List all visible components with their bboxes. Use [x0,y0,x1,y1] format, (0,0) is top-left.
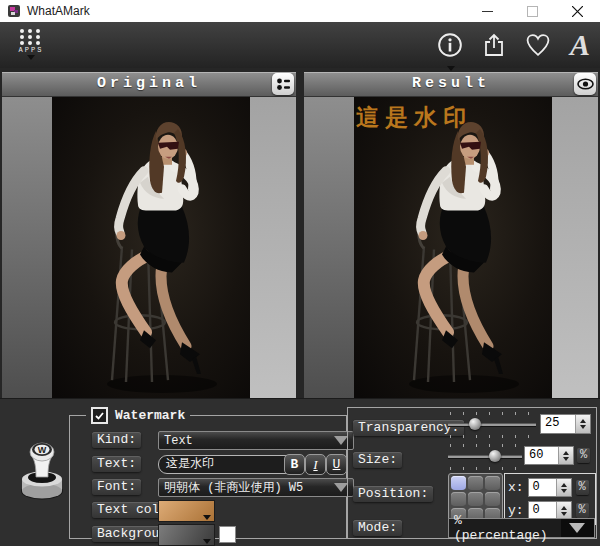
watermark-text-value: 这是水印 [166,457,214,471]
x-spinbox[interactable]: 0 [528,478,572,497]
position-cell-top-left[interactable] [451,476,466,490]
watermark-group-title: Watermark [115,408,185,423]
position-label: Position: [353,486,433,502]
result-image: 這是水印 [354,97,552,398]
result-right-margin [552,97,598,398]
transparency-spin-buttons[interactable] [575,415,590,433]
minimize-icon [482,6,493,17]
font-value: 明朝体 (非商业使用) W5 [164,479,303,496]
app-icon [7,4,21,18]
favorite-button[interactable] [525,33,551,57]
font-dropdown-caret-icon [334,483,348,492]
original-body [2,97,296,398]
mode-value: % (percentage) [454,513,561,543]
text-label: Text: [92,456,141,472]
result-left-margin [304,97,354,398]
original-left-margin [2,97,52,398]
mode-dropdown[interactable]: % (percentage) [448,518,595,538]
x-value: 0 [529,479,556,496]
mode-dropdown-caret-icon [569,523,585,533]
preview-button[interactable] [574,73,596,95]
maximize-button[interactable] [510,0,555,22]
share-export-icon [482,32,506,58]
preview-area: Original Result [0,68,600,398]
window-title: WhatAMark [27,0,90,22]
size-value: 60 [525,447,558,464]
position-cell-middle-right[interactable] [485,492,500,506]
result-panel: Result 這是水印 [304,68,598,398]
info-button[interactable] [437,32,463,58]
text-tool-caret-icon [447,66,455,71]
watermark-enable-checkbox[interactable] [91,407,108,424]
toolbar: APPS A [0,22,600,68]
kind-value: Text [164,434,193,448]
transparency-slider-thumb[interactable] [469,418,481,430]
watermark-text-input[interactable]: 这是水印 [158,455,296,474]
original-image [52,97,250,398]
apps-label: APPS [12,46,50,54]
apps-menu-button[interactable]: APPS [12,27,50,63]
kind-dropdown[interactable]: Text [158,431,354,450]
transparency-value: 25 [541,415,575,433]
info-icon [437,32,463,58]
italic-button[interactable]: I [305,454,326,475]
underline-button[interactable]: U [326,454,347,475]
source-options-button[interactable] [272,73,294,95]
close-icon [572,6,583,17]
apps-grid-icon [20,29,42,45]
mode-label: Mode: [353,520,402,536]
title-bar: WhatAMark [0,0,600,22]
original-header: Original [2,72,296,97]
size-unit: % [577,448,590,463]
background-caret-icon [203,539,211,544]
x-unit: % [576,480,589,495]
y-unit: % [576,503,589,518]
position-cell-middle-center[interactable] [468,492,483,506]
size-label: Size: [353,452,402,468]
position-cell-top-center[interactable] [468,476,483,490]
transparency-slider[interactable] [448,412,536,438]
close-button[interactable] [555,0,600,22]
size-slider-thumb[interactable] [489,450,501,462]
export-button[interactable] [482,32,506,58]
font-dropdown[interactable]: 明朝体 (非商业使用) W5 [158,478,354,497]
size-slider[interactable] [448,444,522,470]
minimize-button[interactable] [465,0,510,22]
result-body: 這是水印 [304,97,598,398]
watermark-overlay-text: 這是水印 [356,102,472,133]
size-spin-buttons[interactable] [558,447,573,464]
font-label: Font: [92,479,141,495]
original-title: Original [2,72,296,96]
result-header: Result [304,72,598,97]
heart-icon [525,33,551,57]
maximize-icon [527,6,538,17]
size-spinbox[interactable]: 60 [524,446,574,465]
watermark-stamp-icon: W [18,439,66,501]
background-enable-checkbox[interactable] [219,526,236,543]
original-panel: Original [2,68,296,398]
letter-a-icon: A [570,28,594,62]
list-settings-icon [275,76,291,92]
x-spin-buttons[interactable] [556,479,571,496]
apps-caret-icon [27,55,35,60]
text-color-caret-icon [203,515,211,520]
transparency-spinbox[interactable]: 25 [540,414,591,434]
position-cell-top-right[interactable] [485,476,500,490]
text-color-swatch[interactable] [158,500,215,522]
controls-panel: W Watermark Kind: Text Text: 这是水印 B I U … [0,398,600,546]
app-window: WhatAMark APPS [0,0,600,546]
text-tool-button[interactable]: A [570,28,594,62]
x-label: x: [508,480,524,495]
kind-label: Kind: [92,432,141,448]
svg-text:W: W [38,445,47,455]
placement-group: Transparency: 25 Size: 60 [347,407,597,539]
watermark-group: Watermark Kind: Text Text: 这是水印 B I U Fo… [69,407,347,539]
eye-icon [577,77,594,91]
result-title: Result [304,72,598,96]
original-right-margin [250,97,296,398]
kind-dropdown-caret-icon [334,436,348,445]
position-cell-middle-left[interactable] [451,492,466,506]
background-color-swatch[interactable] [158,524,215,546]
bold-button[interactable]: B [284,454,305,475]
check-icon [95,412,104,420]
